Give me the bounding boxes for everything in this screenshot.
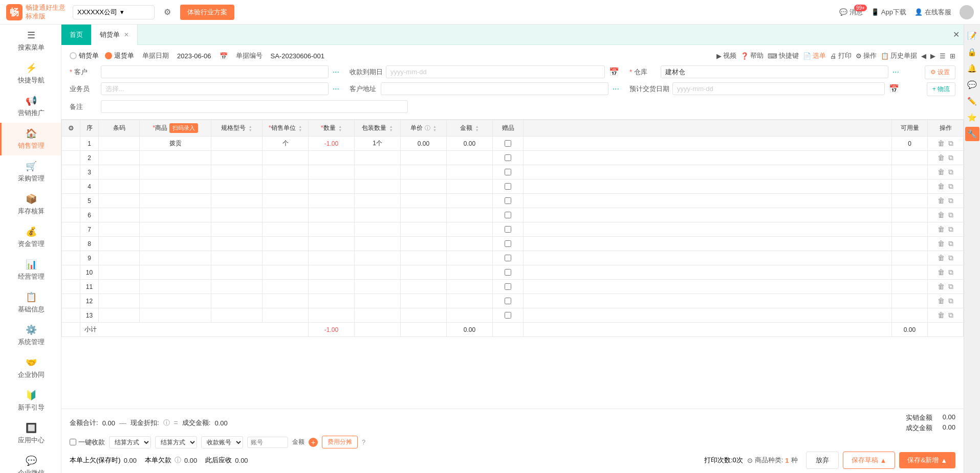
sidebar-item-search[interactable]: ☰ 搜索菜单 [0, 25, 61, 57]
toolbar-select-btn[interactable]: 📄 选单 [803, 51, 826, 60]
gift-checkbox[interactable] [505, 226, 511, 233]
company-selector[interactable]: XXXXXX公司 ▾ [73, 5, 155, 19]
right-panel-tool-btn[interactable]: 🔧 [965, 127, 979, 141]
row-delete-btn[interactable]: 🗑 [938, 211, 945, 219]
account-input[interactable] [247, 437, 288, 448]
right-panel-lock-btn[interactable]: 🔒 [965, 45, 979, 59]
row-delete-btn[interactable]: 🗑 [938, 225, 945, 233]
row-delete-btn[interactable]: 🗑 [938, 196, 945, 205]
sidebar-item-enterprise[interactable]: 🤝 企业协同 [0, 352, 61, 385]
payment-method-select2[interactable]: 结算方式 [155, 436, 197, 448]
row-delete-btn[interactable]: 🗑 [938, 139, 945, 147]
row-copy-btn[interactable]: ⧉ [948, 153, 953, 162]
radio-return-order[interactable]: 退货单 [105, 51, 134, 60]
toolbar-video-btn[interactable]: ▶ 视频 [716, 51, 736, 60]
row-copy-btn[interactable]: ⧉ [948, 139, 953, 147]
row-delete-btn[interactable]: 🗑 [938, 254, 945, 262]
remark-input[interactable] [101, 100, 408, 113]
right-panel-bell-btn[interactable]: 🔔 [965, 61, 979, 76]
row-delete-btn[interactable]: 🗑 [938, 311, 945, 319]
add-payment-btn[interactable]: + [309, 438, 318, 447]
sidebar-item-purchase[interactable]: 🛒 采购管理 [0, 155, 61, 188]
gift-checkbox[interactable] [505, 154, 511, 161]
gift-checkbox[interactable] [505, 269, 511, 276]
row-delete-btn[interactable]: 🗑 [938, 297, 945, 305]
fee-split-btn[interactable]: 费用分摊 [322, 436, 358, 448]
sidebar-item-base[interactable]: 📋 基础信息 [0, 286, 61, 319]
customer-dots-btn[interactable]: ··· [333, 67, 339, 77]
toolbar-ops-btn[interactable]: ⚙ 操作 [856, 51, 877, 60]
row-copy-btn[interactable]: ⧉ [948, 268, 953, 276]
customer-addr-dots-btn[interactable]: ··· [613, 84, 619, 94]
fee-help-icon[interactable]: ? [362, 438, 365, 446]
doc-date-calendar-icon[interactable]: 📅 [220, 52, 228, 60]
sidebar-item-finance[interactable]: 💰 资金管理 [0, 221, 61, 254]
app-download-btn[interactable]: 📱 App下载 [871, 8, 906, 17]
online-service-btn[interactable]: 👤 在线客服 [914, 8, 951, 17]
row-copy-btn[interactable]: ⧉ [948, 311, 953, 319]
row-copy-btn[interactable]: ⧉ [948, 168, 953, 176]
one-click-pay-checkbox[interactable]: 一键收款 [70, 438, 105, 447]
toolbar-help-btn[interactable]: ❓ 帮助 [741, 51, 764, 60]
toolbar-nav-prev[interactable]: ◀ [921, 52, 926, 60]
radio-sales-order[interactable]: 销货单 [70, 51, 99, 60]
gift-checkbox[interactable] [505, 283, 511, 290]
product-kind[interactable]: ⊙ 商品种类: 1 种 [747, 456, 798, 465]
toolbar-nav-next[interactable]: ▶ [930, 52, 935, 60]
row-delete-btn[interactable]: 🗑 [938, 153, 945, 162]
row-delete-btn[interactable]: 🗑 [938, 268, 945, 276]
right-panel-chat-btn[interactable]: 💬 [965, 78, 979, 92]
row-copy-btn[interactable]: ⧉ [948, 239, 953, 247]
save-draft-button[interactable]: 保存草稿 ▲ [843, 452, 896, 469]
save-new-button[interactable]: 保存&新增 ▲ [899, 452, 955, 468]
account-select[interactable]: 收款账号 [201, 436, 243, 448]
settings-gear-btn[interactable]: ⚙ [160, 5, 175, 20]
th-gear[interactable]: ⚙ [62, 120, 80, 137]
scan-barcode-btn[interactable]: 扫码录入 [169, 123, 198, 133]
row-copy-btn[interactable]: ⧉ [948, 225, 953, 233]
gift-checkbox[interactable] [505, 255, 511, 261]
row-copy-btn[interactable]: ⧉ [948, 254, 953, 262]
right-panel-pen-btn[interactable]: ✏️ [965, 94, 979, 108]
toolbar-shortcut-btn[interactable]: ⌨ 快捷键 [768, 51, 799, 60]
payment-date-calendar-icon[interactable]: 📅 [609, 67, 619, 77]
customer-addr-input[interactable] [381, 82, 608, 95]
row-delete-btn[interactable]: 🗑 [938, 239, 945, 247]
toolbar-view-grid[interactable]: ⊞ [950, 52, 955, 60]
salesperson-dots-btn[interactable]: ··· [333, 84, 339, 94]
sidebar-item-system[interactable]: ⚙️ 系统管理 [0, 319, 61, 352]
right-panel-star-btn[interactable]: ⭐ [965, 110, 979, 125]
tab-home[interactable]: 首页 [61, 25, 92, 45]
toolbar-print-btn[interactable]: 🖨 打印 [830, 51, 852, 60]
gift-checkbox[interactable] [505, 312, 511, 319]
sidebar-item-wechat[interactable]: 💬 企业微信 [0, 450, 61, 473]
gift-checkbox[interactable] [505, 197, 511, 204]
payment-date-input[interactable] [386, 65, 605, 78]
row-delete-btn[interactable]: 🗑 [938, 168, 945, 176]
gift-checkbox[interactable] [505, 298, 511, 304]
tab-close-icon[interactable]: ✕ [124, 31, 129, 38]
sidebar-item-guide[interactable]: 🔰 新手引导 [0, 385, 61, 417]
salesperson-input[interactable] [101, 82, 329, 95]
right-panel-edit-btn[interactable]: 📝 [965, 29, 979, 43]
toolbar-history-btn[interactable]: 📋 历史单据 [881, 51, 917, 60]
sidebar-item-operations[interactable]: 📊 经营管理 [0, 254, 61, 286]
row-copy-btn[interactable]: ⧉ [948, 196, 953, 205]
logistics-button[interactable]: + 物流 [927, 82, 955, 96]
avatar[interactable] [960, 5, 974, 19]
row-copy-btn[interactable]: ⧉ [948, 297, 953, 305]
tab-sales-order[interactable]: 销货单 ✕ [92, 25, 138, 45]
row-copy-btn[interactable]: ⧉ [948, 182, 953, 190]
one-click-checkbox-input[interactable] [70, 439, 76, 445]
gift-checkbox[interactable] [505, 140, 511, 147]
customer-input[interactable] [101, 65, 329, 78]
sidebar-item-apps[interactable]: 🔲 应用中心 [0, 417, 61, 450]
settings-button[interactable]: ⚙ 设置 [925, 65, 955, 79]
row-delete-btn[interactable]: 🗑 [938, 182, 945, 190]
sidebar-item-quick-nav[interactable]: ⚡ 快捷导航 [0, 57, 61, 90]
expected-date-input[interactable] [672, 82, 885, 95]
gift-checkbox[interactable] [505, 212, 511, 218]
sidebar-item-marketing[interactable]: 📢 营销推广 [0, 90, 61, 123]
discard-button[interactable]: 放弃 [806, 452, 839, 469]
gift-checkbox[interactable] [505, 240, 511, 247]
